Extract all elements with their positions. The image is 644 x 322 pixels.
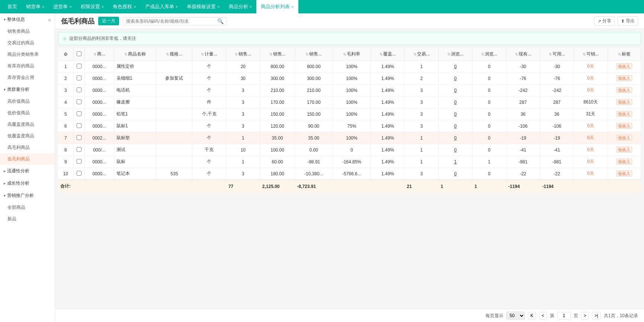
row-views1[interactable]: 0	[439, 96, 472, 108]
close-icon[interactable]: ×	[291, 4, 294, 9]
row-name[interactable]: 笔记本	[114, 168, 156, 180]
nav-permissions[interactable]: 权限设置×	[76, 0, 108, 13]
close-icon[interactable]: ×	[134, 4, 136, 9]
code-col-header[interactable]: ⇅商...	[84, 48, 114, 61]
spec-col-header[interactable]: ⇅规格...	[156, 48, 192, 61]
row-checkbox[interactable]	[73, 168, 84, 180]
row-checkbox[interactable]	[73, 144, 84, 156]
row-views1[interactable]: 0	[439, 61, 472, 73]
row-views1[interactable]: 0	[439, 144, 472, 156]
row-name[interactable]: 吴细细1	[114, 73, 156, 85]
page-input[interactable]	[557, 312, 571, 319]
collapse-icon[interactable]: «	[48, 17, 51, 23]
row-views1[interactable]: 1	[439, 156, 472, 168]
available-stock-col-header[interactable]: ⇅可用...	[540, 48, 574, 61]
row-checkbox[interactable]	[73, 108, 84, 120]
page-size-select[interactable]: 50 100 200	[506, 312, 525, 320]
tag-col-header[interactable]: ⇅标签	[608, 48, 641, 61]
sidebar-group-marketing[interactable]: ▾ 营销推广分析	[0, 189, 55, 202]
sidebar-item-new-products[interactable]: 新品	[0, 213, 55, 225]
row-checkbox[interactable]	[73, 132, 84, 144]
sidebar-item-capital[interactable]: 库存资金占用	[0, 72, 55, 83]
export-button[interactable]: ⬆ 导出	[618, 16, 638, 26]
row-checkbox[interactable]	[73, 85, 84, 96]
trade-count-col-header[interactable]: ⇅交易...	[405, 48, 439, 61]
summary-label: 合计:	[58, 180, 226, 192]
row-checkbox[interactable]	[73, 61, 84, 73]
name-col-header[interactable]: ⇅商品名称	[114, 48, 156, 61]
row-checkbox[interactable]	[73, 120, 84, 132]
sidebar-item-sales-products[interactable]: 销售类商品	[0, 26, 55, 37]
sidebar-item-in-stock[interactable]: 有库存的商品	[0, 60, 55, 72]
checkbox-col-header[interactable]	[73, 48, 84, 61]
row-name[interactable]: 橡皮擦	[114, 96, 156, 108]
nav-home[interactable]: 首页	[3, 0, 22, 13]
coverage-col-header[interactable]: ⇅覆盖...	[371, 48, 405, 61]
sidebar-item-category-rate[interactable]: 商品分类销售率	[0, 49, 55, 60]
row-name[interactable]: 属性定价	[114, 61, 156, 73]
last-page-button[interactable]: >|	[592, 312, 601, 319]
nav-purchase-order[interactable]: 进货单×	[49, 0, 76, 13]
row-views1[interactable]: 0	[439, 85, 472, 96]
views1-col-header[interactable]: ⇅浏览...	[439, 48, 472, 61]
sidebar-item-all-products[interactable]: 全部商品	[0, 202, 55, 213]
nav-product-instock[interactable]: 产成品入库单×	[141, 0, 182, 13]
sidebar-item-high-value[interactable]: 高价值商品	[0, 96, 55, 107]
data-table-wrapper[interactable]: ⚙ ⇅商... ⇅商品名称 ⇅规格... ⇅计量... ⇅销售... ⇅销售..…	[58, 48, 641, 309]
nav-template-settings[interactable]: 单据模板设置×	[182, 0, 224, 13]
row-checkbox[interactable]	[73, 73, 84, 85]
sellable-days-col-header[interactable]: ⇅可销...	[574, 48, 608, 61]
nav-product-analysis-list[interactable]: 商品分析列表×	[256, 0, 298, 13]
sidebar-group-growth[interactable]: ▸ 成长性分析	[0, 177, 55, 189]
select-all-checkbox[interactable]	[77, 51, 81, 56]
sidebar-group-cluster[interactable]: ▾ 类群量分析	[0, 83, 55, 96]
row-name[interactable]: 鼠标1	[114, 120, 156, 132]
sidebar-item-high-margin[interactable]: 高毛利商品	[0, 142, 55, 153]
date-filter-button[interactable]: 近一月	[98, 17, 119, 25]
search-input[interactable]	[126, 19, 217, 24]
sidebar-item-high-coverage[interactable]: 高覆盖度商品	[0, 119, 55, 130]
views2-col-header[interactable]: ⇅浏览...	[472, 48, 506, 61]
close-icon[interactable]: ×	[69, 4, 71, 9]
sidebar-item-traded-products[interactable]: 交易过的商品	[0, 37, 55, 49]
current-stock-col-header[interactable]: ⇅现有...	[506, 48, 540, 61]
first-page-button[interactable]: K	[528, 312, 536, 319]
row-views1[interactable]: 0	[439, 168, 472, 180]
sidebar-group-liquidity[interactable]: ▸ 流通性分析	[0, 165, 55, 177]
row-name[interactable]: 电话机	[114, 85, 156, 96]
search-icon[interactable]: 🔍	[217, 18, 224, 24]
row-views1[interactable]: 0	[439, 120, 472, 132]
nav-role-auth[interactable]: 角色授权×	[108, 0, 140, 13]
gross-rate-col-header[interactable]: ⇅毛利率	[333, 48, 371, 61]
sidebar-item-low-coverage[interactable]: 低覆盖度商品	[0, 130, 55, 142]
close-icon[interactable]: ×	[102, 4, 104, 9]
next-page-button[interactable]: >	[581, 312, 589, 319]
row-views1[interactable]: 0	[439, 73, 472, 85]
close-icon[interactable]: ×	[42, 4, 44, 9]
settings-col-header[interactable]: ⚙	[58, 48, 73, 61]
share-button[interactable]: ↗ 分享	[594, 16, 615, 26]
row-name[interactable]: 测试	[114, 144, 156, 156]
row-name[interactable]: 铅笔1	[114, 108, 156, 120]
nav-sales-order[interactable]: 销货单×	[22, 0, 49, 13]
row-name[interactable]: 鼠标垫	[114, 132, 156, 144]
sidebar-group-overall[interactable]: ▾ 整体信息 «	[0, 13, 55, 26]
prev-page-button[interactable]: <	[539, 312, 547, 319]
row-views1[interactable]: 0	[439, 132, 472, 144]
search-box[interactable]: 🔍	[123, 17, 227, 25]
close-icon[interactable]: ×	[217, 4, 220, 9]
row-code: 000/...	[84, 144, 114, 156]
row-checkbox[interactable]	[73, 156, 84, 168]
row-checkbox[interactable]	[73, 96, 84, 108]
unit-col-header[interactable]: ⇅计量...	[192, 48, 226, 61]
sidebar-item-low-value[interactable]: 低价值商品	[0, 107, 55, 119]
row-name[interactable]: 鼠标	[114, 156, 156, 168]
sales-profit-col-header[interactable]: ⇅销售...	[295, 48, 333, 61]
sales-amount-col-header[interactable]: ⇅销售...	[260, 48, 295, 61]
row-views1[interactable]: 0	[439, 108, 472, 120]
sales-qty-col-header[interactable]: ⇅销售...	[226, 48, 260, 61]
nav-product-analysis[interactable]: 商品分析×	[224, 0, 256, 13]
sidebar-item-low-margin[interactable]: 低毛利商品	[0, 153, 55, 165]
close-icon[interactable]: ×	[176, 4, 178, 9]
close-icon[interactable]: ×	[250, 4, 252, 9]
